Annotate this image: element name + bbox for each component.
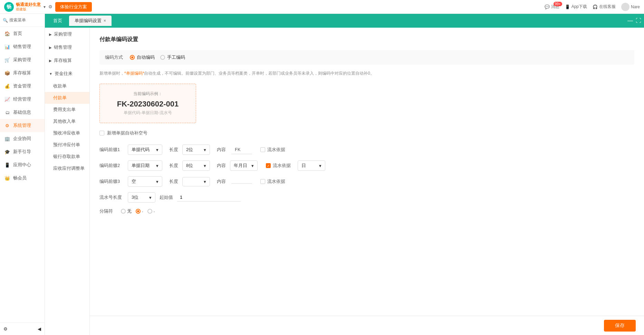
save-button[interactable]: 保存 [604, 320, 636, 332]
prefix2-content-select[interactable]: 年月日 ▾ [230, 160, 258, 171]
tab-maximize-button[interactable]: ⛶ [636, 18, 641, 24]
logo-sub: 搭建版 [16, 7, 41, 11]
config-row-prefix2: 编码前缀2 单据日期 ▾ 长度 8位 ▾ 内容 年月日 [99, 160, 634, 171]
sidebar-item-inventory[interactable]: 📦 库存核算 [0, 66, 45, 80]
radio-manual-circle [160, 55, 165, 60]
inventory-icon: 📦 [4, 70, 10, 76]
prefix2-watermark-checkbox[interactable]: ✓ [266, 163, 271, 168]
settings-icon-top[interactable]: ⚙ [48, 4, 52, 9]
start-value-input[interactable] [177, 193, 241, 202]
separator-other[interactable]: · [147, 209, 155, 214]
separator-none[interactable]: 无 [121, 208, 132, 214]
experience-button[interactable]: 体验行业方案 [55, 2, 92, 12]
prefix3-watermark[interactable]: 流水依据 [260, 178, 285, 185]
nav-item-expense[interactable]: 费用支出单 [45, 104, 89, 115]
prefix1-select-value: 单据代码 [132, 147, 150, 153]
preview-value: FK-20230602-001 [110, 100, 185, 109]
prefix1-watermark-label: 流水依据 [267, 147, 285, 153]
sidebar-item-finance[interactable]: 💰 资金管理 [0, 80, 45, 93]
messages-button[interactable]: 💬 消息 99+ [545, 4, 559, 10]
nav-group-capital: ▼ 资金往来 收款单 付款单 费用支出单 其他收入单 预收冲应收单 预付冲应付单… [45, 67, 89, 174]
preview-desc: 单据代码-单据日期-流水号 [110, 110, 185, 116]
radio-manual[interactable]: 手工编码 [160, 54, 185, 61]
nav-group-inventory-title[interactable]: ▶ 库存核算 [45, 54, 89, 67]
prefix2-period-chevron: ▾ [319, 163, 321, 168]
nav-group-capital-title[interactable]: ▼ 资金往来 [45, 67, 89, 80]
service-icon: 🎧 [593, 4, 598, 9]
tab-close-icon[interactable]: × [104, 18, 106, 23]
sidebar-collapse-icon[interactable]: ◀ [38, 326, 41, 332]
sidebar-item-home[interactable]: 🏠 首页 [0, 27, 45, 40]
nav-item-advance-pay[interactable]: 预付冲应付单 [45, 139, 89, 151]
prefix2-label: 编码前缀2 [99, 162, 124, 169]
prefix2-period-select[interactable]: 日 ▾ [298, 160, 325, 171]
sidebar-item-newbie[interactable]: 🎓 新手引导 [0, 145, 45, 158]
nav-item-receipt[interactable]: 收款单 [45, 80, 89, 92]
encoding-radio-group: 自动编码 手工编码 [130, 54, 185, 61]
user-menu[interactable]: Nare [621, 3, 640, 11]
sidebar-item-apps[interactable]: 📱 应用中心 [0, 158, 45, 171]
prefix1-length-select[interactable]: 2位 ▾ [182, 145, 210, 155]
sidebar-item-purchase[interactable]: 🛒 采购管理 [0, 53, 45, 66]
prefix3-chevron-icon: ▾ [156, 179, 158, 184]
serial-length-select[interactable]: 3位 ▾ [128, 192, 155, 203]
bottom-bar: 保存 [90, 316, 644, 335]
search-label: 搜索菜单 [9, 17, 26, 23]
nav-item-adjustment[interactable]: 应收应付调整单 [45, 162, 89, 174]
nav-item-payment[interactable]: 付款单 [45, 92, 89, 104]
member-icon: 👑 [4, 175, 10, 181]
info-highlight: *单据编码* [124, 71, 144, 76]
radio-auto[interactable]: 自动编码 [130, 54, 155, 61]
prefix2-length-select[interactable]: 8位 ▾ [182, 160, 210, 171]
nav-dropdown[interactable]: ▾ [44, 4, 46, 9]
sidebar-label-operations: 经营管理 [13, 96, 31, 102]
search-menu[interactable]: 🔍 搜索菜单 [0, 14, 45, 27]
auto-fill-checkbox[interactable] [99, 131, 104, 136]
logo-icon: 畅 [4, 2, 14, 12]
sidebar-item-member[interactable]: 👑 畅会员 [0, 171, 45, 185]
separator-other-label: · [154, 209, 155, 214]
page-title: 付款单编码设置 [99, 36, 634, 43]
tab-encoding-label: 单据编码设置 [75, 18, 102, 24]
sidebar-settings-icon[interactable]: ⚙ [3, 326, 8, 332]
nav-group-purchase-title[interactable]: ▶ 采购管理 [45, 28, 89, 41]
user-avatar [621, 3, 629, 11]
sidebar-item-sales[interactable]: 📊 销售管理 [0, 40, 45, 53]
separator-dot[interactable]: · [136, 209, 143, 214]
app-download-button[interactable]: 📱 App下载 [565, 4, 587, 10]
prefix3-watermark-checkbox[interactable] [260, 179, 265, 184]
tab-home[interactable]: 首页 [48, 16, 68, 26]
nav-item-income[interactable]: 其他收入单 [45, 115, 89, 127]
prefix2-watermark[interactable]: ✓ 流水依据 [266, 162, 291, 169]
sidebar-item-enterprise[interactable]: 🏢 企业协同 [0, 132, 45, 145]
online-service-label: 在线客服 [599, 4, 616, 10]
tab-minimize-button[interactable]: — [627, 18, 633, 24]
nav-group-inventory: ▶ 库存核算 [45, 54, 89, 67]
prefix3-length-select[interactable]: ▾ [182, 177, 210, 186]
auto-fill-row: 新增单据自动补空号 [99, 130, 634, 136]
prefix1-length-label: 长度 [169, 147, 178, 153]
online-service-button[interactable]: 🎧 在线客服 [593, 4, 616, 10]
prefix3-select[interactable]: 空 ▾ [128, 176, 162, 187]
sidebar-item-system[interactable]: ⚙ 系统管理 [0, 119, 45, 132]
nav-group-capital-label: 资金往来 [55, 71, 73, 77]
tab-encoding[interactable]: 单据编码设置 × [69, 16, 112, 26]
prefix2-period-value: 日 [301, 162, 306, 169]
secondary-nav: ▶ 采购管理 ▶ 销售管理 ▶ 库存核算 [45, 28, 90, 335]
nav-group-sales-title[interactable]: ▶ 销售管理 [45, 41, 89, 54]
sidebar-item-basic[interactable]: 🗂 基础信息 [0, 106, 45, 119]
separator-options: 无 · · [121, 208, 155, 214]
prefix1-watermark[interactable]: 流水依据 [260, 147, 285, 153]
purchase-icon: 🛒 [4, 57, 10, 63]
prefix2-length-label: 长度 [169, 162, 178, 169]
sidebar-bottom: ⚙ ◀ [0, 323, 45, 335]
finance-icon: 💰 [4, 83, 10, 89]
prefix2-select[interactable]: 单据日期 ▾ [128, 160, 162, 171]
sidebar-item-operations[interactable]: 📈 经营管理 [0, 93, 45, 106]
nav-item-bank-deposit[interactable]: 银行存取款单 [45, 151, 89, 162]
logo-text: 畅通道好生意 搭建版 [16, 2, 41, 11]
prefix1-watermark-checkbox[interactable] [260, 147, 265, 152]
nav-item-advance-receive[interactable]: 预收冲应收单 [45, 127, 89, 139]
prefix1-select[interactable]: 单据代码 ▾ [128, 145, 162, 155]
separator-dot-label: · [142, 209, 143, 214]
